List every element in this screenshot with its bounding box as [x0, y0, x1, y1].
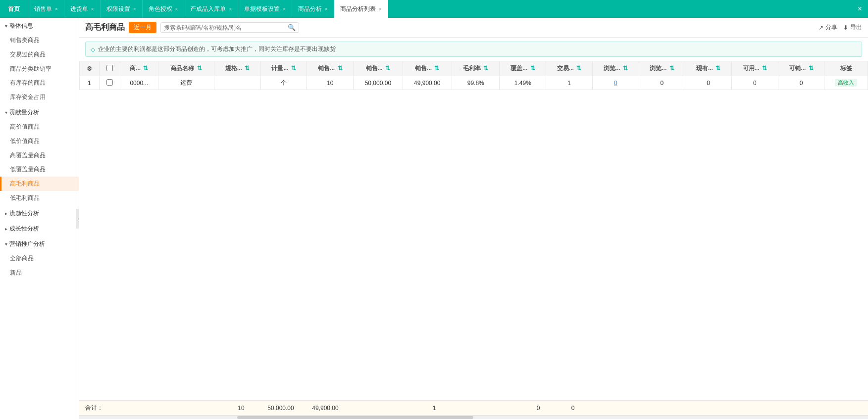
cell-sales-net: 49,900.00	[403, 76, 452, 90]
total-label: 合计：	[85, 404, 224, 412]
col-unit[interactable]: 计量... ⇅	[260, 61, 307, 76]
col-gross-rate[interactable]: 毛利率 ⇅	[452, 61, 500, 76]
sidebar-item-low-margin[interactable]: 低毛利商品	[0, 191, 79, 205]
col-checkbox[interactable]	[99, 61, 120, 76]
close-tab-permission-settings[interactable]: ×	[133, 6, 136, 12]
content-header: 高毛利商品 近一月 🔍 ↗ 分享 ⬇ 导出	[79, 18, 868, 38]
sidebar-collapse-button[interactable]: «	[76, 209, 79, 229]
sidebar-group-marketing-analysis[interactable]: ▾ 营销推广分析	[0, 236, 79, 251]
sidebar-item-new-goods[interactable]: 新品	[0, 266, 79, 280]
table-header-row: ⚙ 商... ⇅ 商品名称 ⇅	[80, 61, 868, 76]
tab-sales-order[interactable]: 销售单 ×	[28, 0, 64, 18]
cell-sales-amount: 50,000.00	[354, 76, 403, 90]
horizontal-scrollbar[interactable]	[79, 415, 868, 419]
sort-icon-spec: ⇅	[245, 65, 250, 72]
table-container[interactable]: ⚙ 商... ⇅ 商品名称 ⇅	[79, 61, 868, 400]
col-browse2[interactable]: 浏览... ⇅	[639, 61, 685, 76]
col-coverage[interactable]: 覆盖... ⇅	[500, 61, 546, 76]
close-tab-sales-order[interactable]: ×	[55, 6, 58, 12]
sidebar-item-all-goods[interactable]: 全部商品	[0, 251, 79, 266]
col-settings[interactable]: ⚙	[80, 61, 100, 76]
sort-icon-available: ⇅	[762, 65, 767, 72]
sort-icon-saleable: ⇅	[809, 65, 814, 72]
cell-code: 0000...	[120, 76, 158, 90]
tab-goods-analysis[interactable]: 商品分析 ×	[292, 0, 334, 18]
cell-browse1[interactable]: 0	[592, 76, 639, 90]
filter-recent-month-button[interactable]: 近一月	[129, 22, 156, 33]
sort-icon-current: ⇅	[715, 65, 720, 72]
close-tab-goods-analysis-list[interactable]: ×	[379, 6, 382, 12]
share-button[interactable]: ↗ 分享	[818, 23, 837, 32]
col-saleable[interactable]: 可销... ⇅	[778, 61, 824, 76]
sidebar-item-sales-goods[interactable]: 销售类商品	[0, 33, 79, 47]
col-trade[interactable]: 交易... ⇅	[546, 61, 593, 76]
col-sales-net[interactable]: 销售... ⇅	[403, 61, 452, 76]
tab-role-auth[interactable]: 角色授权 ×	[143, 0, 185, 18]
tab-permission-settings[interactable]: 权限设置 ×	[101, 0, 143, 18]
window-close-button[interactable]: ×	[852, 4, 868, 13]
group-arrow-contribution: ▾	[5, 110, 7, 115]
sidebar-item-high-margin[interactable]: 高毛利商品	[0, 177, 79, 191]
data-table: ⚙ 商... ⇅ 商品名称 ⇅	[79, 61, 868, 90]
sort-icon-sales-amount: ⇅	[385, 65, 390, 72]
content-area: 高毛利商品 近一月 🔍 ↗ 分享 ⬇ 导出 ◇ 企业的主要的利润都是这部分商品创…	[79, 18, 868, 419]
col-current[interactable]: 现有... ⇅	[685, 61, 732, 76]
close-tab-purchase-order[interactable]: ×	[91, 6, 94, 12]
row-checkbox[interactable]	[106, 79, 113, 86]
col-sales-qty[interactable]: 销售... ⇅	[307, 61, 354, 76]
cell-checkbox[interactable]	[99, 76, 120, 90]
sidebar-item-high-coverage[interactable]: 高覆盖量商品	[0, 148, 79, 163]
sidebar-item-inventory-capital[interactable]: 库存资金占用	[0, 90, 79, 104]
tab-goods-analysis-list[interactable]: 商品分析列表 ×	[334, 0, 388, 18]
sidebar-item-category-rate[interactable]: 商品分类助销率	[0, 62, 79, 76]
info-bar: ◇ 企业的主要的利润都是这部分商品创造的，可考虑加大推广，同时关注库存是不要出现…	[85, 42, 862, 57]
col-spec[interactable]: 规格... ⇅	[214, 61, 261, 76]
col-name[interactable]: 商品名称 ⇅	[158, 61, 214, 76]
sidebar-group-contribution-analysis[interactable]: ▾ 贡献量分析	[0, 104, 79, 120]
sort-icon-trade: ⇅	[576, 65, 581, 72]
close-tab-product-inbound[interactable]: ×	[229, 6, 232, 12]
share-icon: ↗	[818, 24, 823, 31]
table-row[interactable]: 1 0000... 运费	[80, 76, 868, 90]
tab-template-settings[interactable]: 单据模板设置 ×	[238, 0, 292, 18]
close-tab-role-auth[interactable]: ×	[175, 6, 178, 12]
tab-home[interactable]: 首页	[0, 0, 28, 18]
total-sales-net: 49,900.00	[303, 405, 348, 412]
export-button[interactable]: ⬇ 导出	[843, 23, 862, 32]
col-sales-amount[interactable]: 销售... ⇅	[354, 61, 403, 76]
footer-total: 合计： 10 50,000.00 49,900.00 1 0 0	[79, 400, 868, 415]
sidebar: « ▾ 整体信息 销售类商品 交易过的商品 商品分类助销率 有库存的商品 库存资…	[0, 18, 79, 419]
col-available[interactable]: 可用... ⇅	[731, 61, 778, 76]
sort-icon-gross-rate: ⇅	[483, 65, 488, 72]
cell-browse2: 0	[639, 76, 685, 90]
group-arrow-marketing: ▾	[5, 241, 7, 247]
cell-trade: 1	[546, 76, 593, 90]
col-browse1[interactable]: 浏览... ⇅	[592, 61, 639, 76]
sidebar-group-growth-analysis[interactable]: ▸ 成长性分析	[0, 221, 79, 236]
sidebar-item-low-value[interactable]: 低价值商品	[0, 134, 79, 148]
cell-gross-rate: 99.8%	[452, 76, 500, 90]
sidebar-group-overall-info[interactable]: ▾ 整体信息	[0, 18, 79, 33]
sort-icon-name: ⇅	[197, 65, 202, 72]
close-tab-goods-analysis[interactable]: ×	[325, 6, 328, 12]
sidebar-group-flow-analysis[interactable]: ▸ 流趋性分析	[0, 205, 79, 221]
total-sales-amount: 50,000.00	[258, 405, 303, 412]
group-arrow-overall-info: ▾	[5, 23, 7, 29]
close-tab-template-settings[interactable]: ×	[283, 6, 286, 12]
sidebar-item-low-coverage[interactable]: 低覆盖量商品	[0, 162, 79, 177]
tab-purchase-order[interactable]: 进货单 ×	[64, 0, 101, 18]
cell-index: 1	[80, 76, 100, 90]
scroll-thumb[interactable]	[237, 416, 474, 419]
top-navigation: 首页 销售单 × 进货单 × 权限设置 × 角色授权 × 产成品入库单 × 单据…	[0, 0, 868, 18]
tab-product-inbound[interactable]: 产成品入库单 ×	[184, 0, 238, 18]
col-code[interactable]: 商... ⇅	[120, 61, 158, 76]
sidebar-item-stocked-goods[interactable]: 有库存的商品	[0, 76, 79, 90]
search-icon[interactable]: 🔍	[288, 24, 296, 31]
col-tag[interactable]: 标签	[824, 61, 868, 76]
sort-icon-sales-net: ⇅	[434, 65, 439, 72]
sidebar-item-high-value[interactable]: 高价值商品	[0, 120, 79, 134]
sidebar-item-traded-goods[interactable]: 交易过的商品	[0, 47, 79, 62]
search-input[interactable]	[164, 24, 286, 31]
select-all-checkbox[interactable]	[106, 65, 113, 71]
info-icon: ◇	[91, 46, 95, 53]
